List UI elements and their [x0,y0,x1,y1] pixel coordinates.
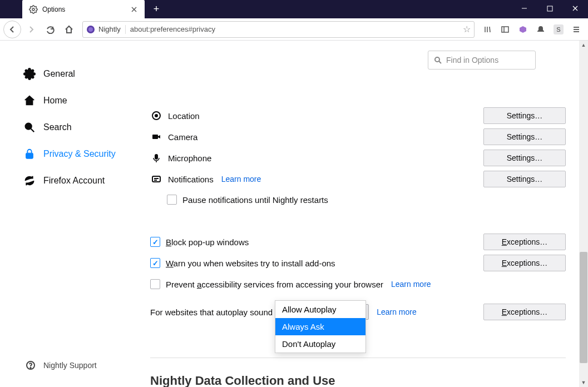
sidebar-icon[interactable] [497,21,513,38]
permission-microphone: Microphone Settings… [150,147,566,168]
warn-addons-row: Warn you when websites try to install ad… [150,253,566,273]
dropdown-option-dont[interactable]: Don't Autoplay [275,335,365,353]
svg-rect-20 [26,153,33,158]
svg-point-32 [30,368,31,368]
warn-addons-checkbox[interactable] [150,258,160,268]
sidebar-item-account[interactable]: Firefox Account [23,167,134,194]
sidebar-item-label: Home [43,96,67,106]
browser-tab[interactable]: Options [22,0,145,18]
box-icon[interactable] [515,21,531,38]
svg-point-24 [155,115,157,117]
svg-line-19 [31,129,34,132]
microphone-icon [150,153,162,163]
pause-notifications-checkbox[interactable] [167,195,177,205]
sidebar-item-label: Search [43,122,72,132]
checkbox-label: Pause notifications until Nightly restar… [182,195,328,205]
camera-settings-button[interactable]: Settings… [483,128,566,145]
forward-button[interactable] [22,21,40,38]
identity-label: Nightly [98,25,121,33]
prevent-a11y-checkbox[interactable] [150,279,160,289]
home-button[interactable] [60,21,78,38]
notifications-learn-more-link[interactable]: Learn more [221,175,261,183]
search-icon [434,56,442,64]
location-icon [150,111,162,121]
checkbox-label: Block pop-up windows [166,237,249,247]
dropdown-option-always-ask[interactable]: Always Ask [275,318,365,335]
sidebar-item-home[interactable]: Home [23,87,134,114]
profile-button[interactable]: S [550,21,567,38]
autoplay-dropdown-menu[interactable]: Allow Autoplay Always Ask Don't Autoplay [275,300,366,353]
sidebar-item-label: General [43,69,75,79]
nightly-support-link[interactable]: Nightly Support [26,360,97,370]
scroll-thumb[interactable] [580,252,587,363]
permission-label: Microphone [168,153,211,163]
minimize-button[interactable] [511,0,537,17]
microphone-settings-button[interactable]: Settings… [483,150,566,166]
scroll-down-icon[interactable]: ▼ [579,378,588,387]
bookmark-star-icon[interactable]: ☆ [463,24,471,34]
options-search[interactable]: Find in Options [428,51,536,70]
svg-point-21 [435,57,439,62]
permission-label: Camera [168,132,197,142]
autoplay-learn-more-link[interactable]: Learn more [377,307,417,316]
popups-exceptions-button[interactable]: Exceptions… [483,234,566,250]
identity-box[interactable]: Nightly [86,25,126,34]
support-label: Nightly Support [43,361,97,370]
checkbox-label: Warn you when websites try to install ad… [166,259,335,268]
bell-icon[interactable] [532,21,549,38]
tab-title: Options [42,6,125,13]
titlebar: Options + [0,0,588,18]
notification-icon [150,174,162,184]
notifications-settings-button[interactable]: Settings… [483,171,566,187]
sidebar-item-privacy[interactable]: Privacy & Security [23,141,134,167]
permission-camera: Camera Settings… [150,126,566,147]
block-popups-checkbox[interactable] [150,237,160,247]
reload-button[interactable] [41,21,59,38]
addons-exceptions-button[interactable]: Exceptions… [483,255,566,271]
svg-line-22 [439,61,441,63]
svg-rect-12 [502,27,508,32]
svg-point-0 [32,8,34,11]
svg-rect-26 [155,154,158,160]
permission-location: Location Settings… [150,105,566,126]
camera-icon [150,132,162,142]
maximize-button[interactable] [537,0,562,17]
new-tab-button[interactable]: + [148,1,165,17]
autoplay-label: For websites that autoplay sound [150,307,273,317]
close-window-button[interactable] [562,0,588,17]
sidebar-item-label: Privacy & Security [43,149,116,159]
gear-icon [29,5,38,14]
close-icon[interactable] [129,4,139,14]
svg-rect-25 [152,135,158,139]
scroll-up-icon[interactable]: ▲ [579,41,588,49]
block-popups-row: Block pop-up windows Exceptions… [150,232,566,252]
sidebar-item-label: Firefox Account [43,176,105,186]
pause-notifications-row: Pause notifications until Nightly restar… [167,190,566,210]
checkbox-label: Prevent accessibility services from acce… [166,280,383,289]
svg-point-18 [26,123,32,130]
permission-label: Notifications [168,175,214,184]
location-settings-button[interactable]: Settings… [483,107,566,124]
nav-toolbar: Nightly about:preferences#privacy ☆ S [0,18,588,41]
library-icon[interactable] [479,21,496,38]
permission-notifications: Notifications Learn more Settings… [150,168,566,190]
dropdown-option-allow[interactable]: Allow Autoplay [275,301,365,318]
svg-point-8 [88,27,93,32]
sidebar-item-search[interactable]: Search [23,114,134,141]
permission-label: Location [168,111,200,121]
svg-rect-4 [547,6,552,11]
search-placeholder: Find in Options [446,56,498,64]
url-bar[interactable]: Nightly about:preferences#privacy ☆ [82,21,475,38]
prevent-a11y-row: Prevent accessibility services from acce… [150,274,566,294]
scrollbar[interactable]: ▲ ▼ [579,41,588,387]
window-controls [511,0,588,17]
autoplay-exceptions-button[interactable]: Exceptions… [483,304,566,320]
menu-button[interactable] [568,21,585,38]
sidebar-item-general[interactable]: General [23,61,134,87]
svg-line-11 [490,27,490,32]
a11y-learn-more-link[interactable]: Learn more [391,280,431,289]
help-icon [26,360,36,370]
back-button[interactable] [3,21,21,38]
sidebar: General Home Search Privacy & Security F… [0,41,139,387]
nightly-icon [86,25,95,34]
